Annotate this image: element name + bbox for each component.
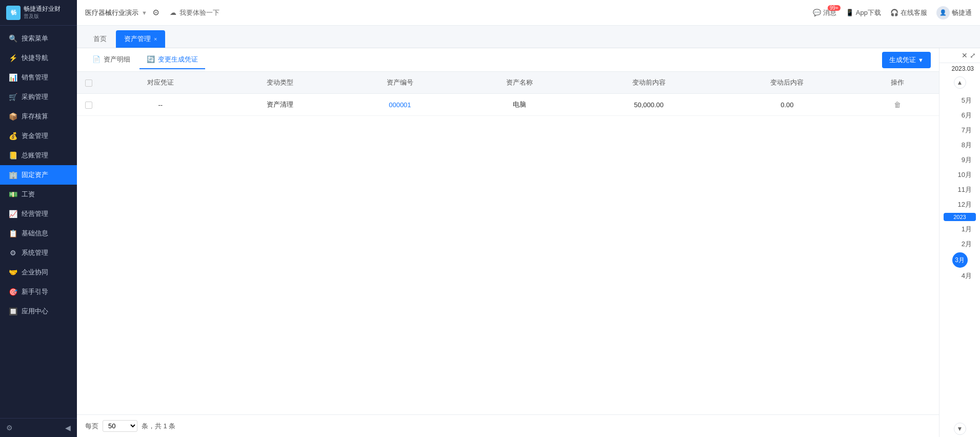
calendar-month-11[interactable]: 11月 — [942, 183, 978, 197]
sidebar-item-guide[interactable]: 🎯 新手引导 — [0, 282, 77, 302]
settings-gear-icon[interactable]: ⚙ — [152, 8, 159, 17]
sidebar-item-quicknav[interactable]: ⚡ 快捷导航 — [0, 48, 77, 68]
asset-name-cell: 电脑 — [460, 94, 580, 116]
sidebar-item-ledger[interactable]: 📒 总账管理 — [0, 146, 77, 165]
sidebar-item-label: 经营管理 — [22, 209, 48, 218]
sidebar-item-label: 销售管理 — [22, 73, 48, 82]
sub-tab-change-voucher[interactable]: 🔄 变更生成凭证 — [139, 51, 205, 69]
purchase-icon: 🛒 — [8, 92, 17, 102]
sidebar-item-wage[interactable]: 💵 工资 — [0, 185, 77, 204]
table-row: -- 资产清理 000001 电脑 50,000.00 0.00 🗑 — [77, 94, 939, 116]
sidebar-item-label: 应用中心 — [22, 307, 48, 316]
close-panel-icon[interactable]: ✕ — [962, 51, 968, 59]
experience-label: 我要体验一下 — [179, 8, 219, 17]
sidebar-item-search[interactable]: 🔍 搜索菜单 — [0, 29, 77, 48]
sidebar-item-asset[interactable]: 🏢 固定资产 — [0, 165, 77, 185]
calendar-month-5[interactable]: 5月 — [942, 93, 978, 108]
calendar-month-2[interactable]: 2月 — [942, 237, 978, 251]
after-change-cell: 0.00 — [718, 94, 856, 116]
total-label: 条，共 1 条 — [142, 422, 175, 431]
cloud-icon: ☁ — [170, 9, 176, 16]
sub-tab-label: 资产明细 — [104, 55, 130, 64]
settings-icon[interactable]: ⚙ — [6, 424, 13, 432]
sidebar-item-sales[interactable]: 📊 销售管理 — [0, 68, 77, 87]
change-type-cell: 资产清理 — [221, 94, 341, 116]
th-asset_no: 资产编号 — [340, 72, 460, 94]
user-btn[interactable]: 👤 畅捷通 — [936, 6, 972, 19]
message-btn[interactable]: 💬 消息 99+ — [813, 8, 836, 17]
sidebar-item-label: 快捷导航 — [22, 53, 48, 63]
calendar-month-8[interactable]: 8月 — [942, 138, 978, 152]
per-page-label: 每页 — [85, 422, 98, 431]
sidebar-item-label: 工资 — [22, 190, 35, 199]
per-page-select[interactable]: 2050100 — [103, 420, 137, 432]
select-all-checkbox[interactable] — [85, 80, 92, 87]
asset-detail-icon: 📄 — [92, 55, 101, 63]
avatar: 👤 — [936, 6, 950, 19]
calendar-month-6[interactable]: 6月 — [942, 108, 978, 123]
message-badge: 99+ — [828, 5, 841, 11]
search-icon: 🔍 — [8, 34, 17, 43]
table-footer: 每页 2050100 条，共 1 条 — [77, 414, 939, 437]
experience-btn[interactable]: ☁ 我要体验一下 — [170, 8, 219, 17]
sidebar-item-enterprise[interactable]: 🤝 企业协同 — [0, 263, 77, 282]
apps-icon: 🔲 — [8, 307, 17, 316]
enterprise-icon: 🤝 — [8, 268, 17, 277]
calendar-month-7[interactable]: 7月 — [942, 123, 978, 137]
dropdown-arrow-icon: ▼ — [142, 10, 147, 16]
right-sidebar-header: ✕ ⤢ — [939, 48, 980, 63]
tab-asset-mgmt[interactable]: 资产管理× — [116, 30, 165, 48]
sub-tab-asset-detail[interactable]: 📄 资产明细 — [85, 51, 137, 69]
logo-icon: 畅 — [6, 6, 21, 20]
tab-home[interactable]: 首页 — [85, 30, 115, 48]
sidebar-item-label: 基础信息 — [22, 229, 48, 238]
app-download-btn[interactable]: 📱 App下载 — [846, 8, 881, 17]
th-change_type: 变动类型 — [221, 72, 341, 94]
basic-icon: 📋 — [8, 229, 17, 238]
tab-close-icon[interactable]: × — [154, 36, 157, 42]
right-sidebar: ✕ ⤢ 2023.03 ▲ 5月6月7月8月9月10月11月12月20231月2… — [939, 48, 980, 437]
calendar-month-9[interactable]: 9月 — [942, 153, 978, 167]
th-voucher: 对应凭证 — [101, 72, 221, 94]
sidebar-item-label: 库存核算 — [22, 112, 48, 121]
calendar-month-3[interactable]: 3月 — [952, 252, 968, 268]
online-service-btn[interactable]: 🎧 在线客服 — [890, 8, 927, 17]
generate-voucher-label: 生成凭证 — [889, 55, 916, 65]
sidebar: 畅 畅捷通好业财 普及版 🔍 搜索菜单 ⚡ 快捷导航 📊 销售管理 🛒 采购管理… — [0, 0, 77, 437]
th-before_change: 变动前内容 — [579, 72, 718, 94]
panel-year-label: 2023.03 — [939, 63, 980, 74]
calendar-down-arrow[interactable]: ▼ — [954, 423, 966, 435]
change-voucher-table: 对应凭证变动类型资产编号资产名称变动前内容变动后内容操作 -- 资产清理 000… — [77, 72, 939, 116]
sidebar-item-label: 采购管理 — [22, 92, 48, 102]
company-selector[interactable]: 医疗器械行业演示 ▼ — [85, 8, 147, 17]
collapse-icon[interactable]: ◀ — [65, 424, 71, 432]
sidebar-item-operation[interactable]: 📈 经营管理 — [0, 204, 77, 224]
app-download-label: App下载 — [856, 8, 881, 17]
sidebar-item-label: 新手引导 — [22, 287, 48, 296]
calendar-month-1[interactable]: 1月 — [942, 222, 978, 236]
calendar-year-marker: 2023 — [944, 213, 976, 221]
company-name: 医疗器械行业演示 — [85, 8, 138, 17]
calendar-month-12[interactable]: 12月 — [942, 197, 978, 212]
asset-no-cell: 000001 — [340, 94, 460, 116]
online-service-label: 在线客服 — [901, 8, 927, 17]
sidebar-item-apps[interactable]: 🔲 应用中心 — [0, 302, 77, 321]
calendar-month-4[interactable]: 4月 — [942, 269, 978, 283]
calendar-up-arrow[interactable]: ▲ — [954, 76, 966, 89]
generate-voucher-button[interactable]: 生成凭证 ▼ — [882, 52, 931, 68]
sidebar-item-fund[interactable]: 💰 资金管理 — [0, 126, 77, 146]
delete-icon[interactable]: 🗑 — [894, 101, 901, 109]
th-checkbox — [77, 72, 101, 94]
sidebar-item-system[interactable]: ⚙ 系统管理 — [0, 243, 77, 263]
sidebar-item-inventory[interactable]: 📦 库存核算 — [0, 107, 77, 126]
sidebar-item-basic[interactable]: 📋 基础信息 — [0, 224, 77, 243]
calendar-month-10[interactable]: 10月 — [942, 168, 978, 182]
sub-tabs: 📄 资产明细 🔄 变更生成凭证 — [85, 51, 205, 69]
table-container: 对应凭证变动类型资产编号资产名称变动前内容变动后内容操作 -- 资产清理 000… — [77, 72, 939, 414]
logo-title: 畅捷通好业财 — [24, 5, 61, 13]
sidebar-item-purchase[interactable]: 🛒 采购管理 — [0, 87, 77, 107]
row-checkbox[interactable] — [85, 102, 92, 109]
expand-panel-icon[interactable]: ⤢ — [970, 51, 976, 59]
logo-sub: 普及版 — [24, 13, 61, 20]
generate-btn-arrow-icon: ▼ — [918, 57, 924, 63]
